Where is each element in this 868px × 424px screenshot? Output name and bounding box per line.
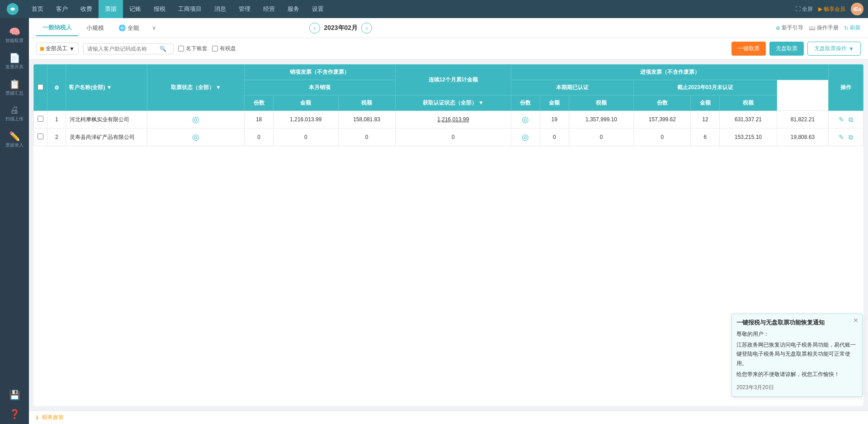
no-disk-invoice-btn[interactable]: 无盘取票 (769, 42, 804, 56)
row-copies: 18 (245, 111, 274, 129)
th-action: 操作 (829, 65, 863, 111)
th-customer: 客户名称(全部) ▼ (66, 65, 147, 111)
table-row: 1 河北柯摩枫实业有限公司 ◎ 18 1,216,013.99 158,081.… (34, 111, 863, 129)
search-icon[interactable]: 🔍 (160, 46, 166, 52)
nav-invoice[interactable]: 票据 (99, 0, 123, 18)
th-status: 取票状态（全部） ▼ (147, 65, 245, 111)
edit-icon[interactable]: ✎ (839, 133, 844, 141)
next-month-btn[interactable]: › (361, 23, 372, 33)
row-index: 1 (47, 111, 66, 129)
vip-btn[interactable]: ▶ 畅享会员 (818, 5, 845, 13)
row-customer: 河北柯摩枫实业有限公司 (66, 111, 147, 129)
edit-icon[interactable]: ✎ (839, 116, 844, 123)
row-tax: 158,081.83 (338, 111, 395, 129)
status-filter-icon[interactable]: ▼ (216, 84, 221, 91)
account-filter-label: 名下账套 (178, 45, 208, 52)
nav-message[interactable]: 消息 (208, 0, 232, 18)
prev-month-btn[interactable]: ‹ (309, 23, 320, 33)
row-cert-copies: 19 (540, 111, 569, 129)
refresh-btn[interactable]: ↻ 刷新 (844, 24, 861, 32)
sidebar-item-scan-upload[interactable]: 🖨 扫描上传 (0, 101, 29, 125)
smart-invoice-icon: 🧠 (9, 26, 20, 37)
user-avatar[interactable]: tEa (851, 3, 863, 15)
nav-customer[interactable]: 客户 (50, 0, 74, 18)
ops-dropdown-icon: ▼ (849, 46, 854, 52)
popup-title: 一键报税与无盘取票功能恢复通知 (736, 319, 858, 327)
nav-settings[interactable]: 设置 (306, 0, 330, 18)
row-status: ◎ (147, 111, 245, 129)
fullscreen-icon: ⛶ (795, 6, 801, 12)
nav-operations[interactable]: 经营 (257, 0, 281, 18)
guide-btn[interactable]: ⊕ 新手引导 (776, 24, 803, 32)
no-disk-ops-btn[interactable]: 无盘取票操作 ▼ (807, 42, 861, 56)
sub-tabs-right-actions: ⊕ 新手引导 📖 操作手册 ↻ 刷新 (776, 24, 861, 32)
search-input[interactable] (87, 46, 160, 52)
th-tax: 税额 (338, 95, 395, 111)
search-box: 🔍 (83, 43, 174, 54)
nav-billing[interactable]: 收费 (74, 0, 99, 18)
row-tax: 0 (338, 129, 395, 146)
row-checkbox-cell (34, 129, 47, 146)
sidebar-item-smart-invoice[interactable]: 🧠 智能取票 (0, 23, 29, 47)
copy-icon[interactable]: ⧉ (849, 133, 853, 141)
row-actions: ✎ ⧉ (829, 111, 863, 129)
row-cumulative: 0 (395, 129, 511, 146)
popup-body: 尊敬的用户： 江苏政务网已恢复访问电子税务局功能，易代账一键登陆电子税务局与无盘… (736, 329, 858, 392)
app-logo (5, 1, 21, 17)
row-customer: 灵寿县尚泽矿产品有限公司 (66, 129, 147, 146)
cert-status-filter-icon[interactable]: ▼ (478, 100, 484, 106)
row-amount: 0 (274, 129, 339, 146)
employee-dot (40, 47, 44, 51)
status-check-icon: ◎ (192, 115, 199, 124)
fullscreen-btn[interactable]: ⛶ 全屏 (795, 5, 813, 13)
top-nav-right: ⛶ 全屏 ▶ 畅享会员 tEa (795, 3, 863, 15)
tab-general-taxpayer[interactable]: 一般纳税人 (36, 20, 78, 36)
row-actions: ✎ ⧉ (829, 129, 863, 146)
one-click-invoice-btn[interactable]: 一键取票 (731, 42, 766, 56)
nav-items: 首页 客户 收费 票据 记账 报税 工商项目 消息 管理 经营 服务 设置 (25, 0, 795, 18)
sidebar-item-download[interactable]: 💾 (7, 386, 22, 405)
row-uncert-copies: 12 (691, 111, 720, 129)
sidebar-item-open-invoice[interactable]: 📄 发票开具 (0, 49, 29, 73)
row-uncert-tax: 81,822.21 (777, 111, 829, 129)
row-cert-amount: 0 (569, 129, 634, 146)
tax-disk-filter-checkbox[interactable] (212, 46, 218, 52)
nav-accounting[interactable]: 记账 (123, 0, 147, 18)
tab-small-scale[interactable]: 小规模 (80, 20, 110, 36)
guide-icon: ⊕ (776, 25, 780, 31)
nav-business[interactable]: 工商项目 (172, 0, 208, 18)
customer-filter-icon[interactable]: ▼ (107, 84, 112, 91)
row-cert-tax: 157,399.62 (634, 111, 691, 129)
tax-info-icon: ℹ (36, 414, 38, 421)
row-checkbox-cell (34, 111, 47, 129)
tab-more-dropdown[interactable]: ∨ (147, 22, 161, 34)
bottom-bar: ℹ 税务政策 (29, 410, 868, 424)
manual-btn[interactable]: 📖 操作手册 (809, 24, 839, 32)
tax-policy-link[interactable]: 税务政策 (42, 414, 64, 421)
scan-upload-icon: 🖨 (10, 105, 19, 115)
nav-manage[interactable]: 管理 (232, 0, 257, 18)
tab-all[interactable]: 🌐 全能 (112, 20, 146, 36)
nav-home[interactable]: 首页 (25, 0, 50, 18)
employee-filter[interactable]: 全部员工 ▼ (36, 43, 79, 55)
nav-tax[interactable]: 报税 (147, 0, 172, 18)
account-filter-checkbox[interactable] (178, 46, 184, 52)
sidebar-item-help[interactable]: ❓ (7, 405, 22, 424)
nav-service[interactable]: 服务 (281, 0, 306, 18)
th-uncertified: 截止2023年03月未认证 (634, 80, 777, 95)
table-row: 2 灵寿县尚泽矿产品有限公司 ◎ 0 0 0 0 ◎ 0 0 0 6 153,2… (34, 129, 863, 146)
copy-icon[interactable]: ⧉ (849, 116, 853, 123)
settings-icon[interactable]: ⚙ (54, 85, 59, 91)
row-status: ◎ (147, 129, 245, 146)
filter-bar-right: 一键取票 无盘取票 无盘取票操作 ▼ (731, 42, 861, 56)
notification-popup: ✕ 一键报税与无盘取票功能恢复通知 尊敬的用户： 江苏政务网已恢复访问电子税务局… (731, 314, 863, 397)
sidebar-item-invoice-summary[interactable]: 📋 票据汇总 (0, 75, 29, 100)
row-checkbox[interactable] (38, 133, 43, 139)
sidebar-item-invoice-entry[interactable]: ✏️ 票据录入 (0, 127, 29, 152)
row-uncert-tax: 19,808.63 (777, 129, 829, 146)
row-checkbox[interactable] (38, 116, 43, 122)
status-check-icon: ◎ (192, 133, 199, 142)
popup-close-btn[interactable]: ✕ (853, 317, 859, 324)
select-all-checkbox[interactable] (38, 84, 43, 90)
th-checkbox (34, 65, 47, 111)
